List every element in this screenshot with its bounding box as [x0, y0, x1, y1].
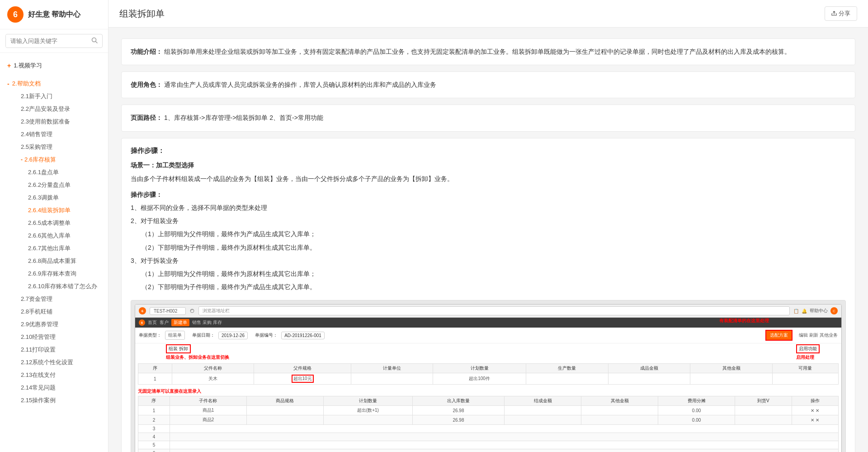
step3: 3、对于拆装业务	[131, 255, 846, 266]
role-text: 通常由生产人员或库管人员完成拆装业务的操作，库管人员确认原材料的出库和产成品的入…	[164, 81, 436, 88]
sidebar-item-inv10[interactable]: 2.6.10库存账本错了怎么办	[24, 280, 101, 293]
annotation-row: 组装 拆卸 组装业务、拆卸业务在这里切换 启用功能 启用处理	[135, 343, 841, 362]
step2: 2、对于组装业务	[131, 215, 846, 227]
screenshot-inner: 6 TEST-H002 浏览器地址栏 📋 🔔 帮助中心 C	[135, 304, 842, 452]
lower-col-qty: 出入库数量	[412, 396, 504, 406]
sidebar-item-inv3[interactable]: 2.6.3调拨单	[24, 191, 101, 204]
sidebar-item-inv8[interactable]: 2.6.8商品成本重算	[24, 255, 101, 267]
lower-table-row-5: 5	[138, 441, 839, 449]
doc-header-row: 单据类型： 组装单 单据日期： 2019-12-26 单据编号： AD-2019…	[135, 328, 841, 343]
sidebar: 6 好生意 帮助中心 + 1.视频学习 - 2.帮助文	[0, 0, 108, 452]
share-icon	[831, 11, 837, 16]
sidebar-item-videos[interactable]: + 1.视频学习	[7, 59, 101, 72]
upper-col-other: 其他金额	[690, 364, 773, 373]
intro-text: 组装拆卸单用来处理企业组装或拆卸等加工业务，支持有固定装配清单的产品加工业务，也…	[164, 48, 791, 55]
upper-cell-avail-1	[772, 373, 838, 385]
upper-cell-planned-1: 超出100件	[433, 373, 526, 385]
lower-cell-other-2	[581, 415, 658, 425]
operations-title: 操作步骤：	[131, 147, 846, 155]
sidebar-item-custom[interactable]: 2.12系统个性化设置	[17, 356, 101, 369]
sidebar-item-sales[interactable]: 2.4销售管理	[17, 128, 101, 141]
step3-sub1: （1）上部明细为父件明细，最终作为原材料生成其它出库单；	[142, 268, 846, 280]
lower-cell-qty-1: 26.98	[412, 406, 504, 415]
lower-table: 序 子件名称 商品规格 计划数量 出入库数量 结成金额 其他金额 费用分摊 到货…	[138, 396, 839, 452]
sidebar-item-inv4[interactable]: 2.6.4组装拆卸单	[24, 204, 101, 217]
lower-cell-seq-6: 6	[138, 449, 170, 452]
upper-col-seq: 序	[138, 364, 172, 373]
app-icon-1: 📋	[793, 309, 799, 314]
lower-cell-spec-1	[246, 406, 323, 415]
upper-col-planned: 计划数量	[433, 364, 526, 373]
app-nav-logo: 6	[139, 319, 145, 326]
sidebar-item-faq[interactable]: 2.14常见问题	[17, 381, 101, 394]
bom-button[interactable]: 选配方案	[766, 331, 792, 340]
lower-cell-spec-2	[246, 415, 323, 425]
main-content: 组装拆卸单 分享 功能介绍： 组装拆卸单用来处理企业组装或拆卸等加工业务，支持有…	[108, 0, 868, 452]
sidebar-item-inv5[interactable]: 2.6.5成本调整单	[24, 217, 101, 229]
sidebar-item-docs[interactable]: - 2.帮助文档	[7, 77, 101, 90]
nav-home: 首页	[148, 319, 157, 326]
sidebar-label-inventory: 2.6库存核算	[24, 156, 56, 164]
browser-user-area: 📋 🔔 帮助中心 C	[793, 307, 838, 314]
page-header: 组装拆卸单 分享	[108, 0, 868, 28]
upper-table-wrapper: 序 父件名称 父件规格 计量单位 计划数量 生产数量 成品金额 其他金额 可用量	[135, 362, 841, 386]
browser-bar: 6 TEST-H002 浏览器地址栏 📋 🔔 帮助中心 C	[135, 305, 841, 318]
sidebar-item-coupon[interactable]: 2.9优惠券管理	[17, 318, 101, 331]
intro-block: 功能介绍： 组装拆卸单用来处理企业组装或拆卸等加工业务，支持有固定装配清单的产品…	[121, 38, 855, 65]
lower-cell-alloc-2: 0.00	[658, 415, 735, 425]
upper-table-header: 序 父件名称 父件规格 计量单位 计划数量 生产数量 成品金额 其他金额 可用量	[138, 364, 839, 373]
share-button[interactable]: 分享	[825, 6, 857, 21]
sidebar-item-cases[interactable]: 2.15操作案例	[17, 394, 101, 407]
app-title: 好生意 帮助中心	[28, 10, 80, 19]
upper-col-unit: 计量单位	[351, 364, 433, 373]
sidebar-item-purchase[interactable]: 2.5采购管理	[17, 141, 101, 153]
search-input[interactable]	[6, 35, 87, 47]
lower-cell-name-2: 商品2	[170, 415, 246, 425]
step2-sub2: （2）下部明细为子件明细，最终作为原材料生成其它出库单。	[142, 242, 846, 253]
lower-table-row-6: 6	[138, 449, 839, 452]
sidebar-item-inv7[interactable]: 2.6.7其他出库单	[24, 242, 101, 255]
annotation-3: 启用处理	[796, 354, 820, 361]
search-button[interactable]	[87, 34, 102, 48]
sidebar-item-data[interactable]: 2.3使用前数据准备	[17, 115, 101, 128]
sidebar-item-print[interactable]: 2.11打印设置	[17, 343, 101, 356]
scene1-title: 场景一：加工类型选择	[131, 162, 846, 170]
logo-area: 6 好生意 帮助中心	[0, 0, 108, 29]
lower-cell-qty-2: 26.98	[412, 415, 504, 425]
sidebar-item-inv9[interactable]: 2.6.9库存账本查询	[24, 267, 101, 280]
search-box	[5, 34, 103, 48]
screenshot-container: 6 TEST-H002 浏览器地址栏 📋 🔔 帮助中心 C	[131, 300, 846, 452]
upper-col-name: 父件名称	[172, 364, 254, 373]
annotation-4: 无固定清单可以直接在这里录入	[138, 388, 839, 395]
doc-code-value: AD-20191226-001	[281, 332, 325, 339]
role-label: 使用角色：	[131, 81, 162, 88]
red-box-spec: 超出10元	[292, 375, 314, 383]
lower-cell-ops-1: ✕ ✕	[792, 406, 838, 415]
sidebar-item-install[interactable]: 2.2产品安装及登录	[17, 103, 101, 115]
lower-cell-arrived-2	[735, 415, 792, 425]
lower-cell-settled-1	[505, 406, 581, 415]
path-text: 1、库存核算->库存管理->组装拆卸单 2、首页->常用功能	[164, 114, 323, 121]
sidebar-item-new[interactable]: 2.1新手入门	[17, 90, 101, 103]
upper-cell-other-1	[690, 373, 773, 385]
doc-date-value: 2019-12-26	[218, 332, 248, 339]
nav-new-active: 新建单	[171, 319, 189, 326]
app-logo-icon: 6	[7, 6, 24, 23]
sidebar-item-inv1[interactable]: 2.6.1盘点单	[24, 166, 101, 179]
sidebar-item-inv2[interactable]: 2.6.2分量盘点单	[24, 179, 101, 191]
lower-col-other: 其他金额	[581, 396, 658, 406]
sidebar-item-mobile[interactable]: 2.8手机旺铺	[17, 305, 101, 318]
nav-section-1: + 1.视频学习	[0, 57, 108, 75]
sidebar-item-funds[interactable]: 2.7资金管理	[17, 293, 101, 305]
sidebar-item-biz[interactable]: 2.10经营管理	[17, 331, 101, 343]
upper-cell-seq-1: 1	[138, 373, 172, 385]
annotation-1: 有装配清单的在这里处理	[719, 318, 769, 324]
page-url-bar: 浏览器地址栏	[198, 306, 790, 315]
svg-line-1	[96, 42, 98, 43]
sidebar-item-inventory-parent[interactable]: - 2.6库存核算	[17, 153, 101, 166]
content-area: 功能介绍： 组装拆卸单用来处理企业组装或拆卸等加工业务，支持有固定装配清单的产品…	[108, 28, 868, 452]
expand-icon-videos: +	[7, 62, 11, 69]
sidebar-item-online[interactable]: 2.13在线支付	[17, 369, 101, 381]
step2-indent: （1）上部明细为父件明细，最终作为产成品生成其它入库单； （2）下部明细为子件明…	[131, 228, 846, 253]
sidebar-item-inv6[interactable]: 2.6.6其他入库单	[24, 229, 101, 242]
